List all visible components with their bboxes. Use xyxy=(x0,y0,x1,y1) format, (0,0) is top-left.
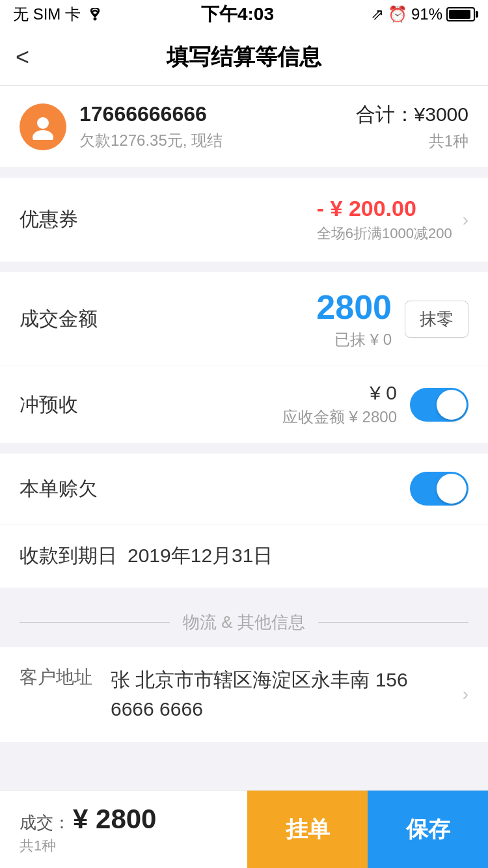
bottom-count: 共1种 xyxy=(20,836,228,856)
deal-amount-label: 成交金额 xyxy=(20,306,98,332)
avatar xyxy=(20,103,66,150)
discount-row[interactable]: 优惠券 - ¥ 200.00 全场6折满1000减200 › xyxy=(0,178,488,262)
deal-amount-value: 2800 xyxy=(316,288,392,327)
address-row[interactable]: 客户地址 张 北京市市辖区海淀区永丰南 156 6666 6666 › xyxy=(0,647,488,742)
logistics-section-label: 物流 & 其他信息 xyxy=(183,611,305,634)
save-button[interactable]: 保存 xyxy=(368,791,488,869)
section-divider-2 xyxy=(0,443,488,454)
back-button[interactable]: < xyxy=(16,44,29,71)
chevron-right-icon: › xyxy=(463,210,468,230)
customer-right: 合计：¥3000 共1种 xyxy=(356,102,468,152)
total-amount: 合计：¥3000 xyxy=(356,102,468,128)
amount-section: 成交金额 2800 已抹 ¥ 0 抹零 冲预收 ¥ 0 应收金额 ¥ 2800 xyxy=(0,272,488,443)
svg-point-1 xyxy=(37,117,49,129)
precharge-row: 冲预收 ¥ 0 应收金额 ¥ 2800 xyxy=(0,366,488,443)
section-divider-3 xyxy=(0,588,488,598)
duedate-label: 收款到期日 xyxy=(20,543,117,569)
wifi-icon xyxy=(86,8,104,21)
discount-section: 优惠券 - ¥ 200.00 全场6折满1000减200 › xyxy=(0,178,488,262)
precharge-toggle[interactable] xyxy=(410,388,468,422)
svg-point-2 xyxy=(33,130,53,140)
status-time: 下午4:03 xyxy=(201,2,274,27)
status-bar: 无 SIM 卡 下午4:03 ⇗ ⏰ 91% xyxy=(0,0,488,29)
svg-point-0 xyxy=(94,18,97,21)
status-left: 无 SIM 卡 xyxy=(13,4,104,25)
bottom-summary: 成交： ¥ 2800 共1种 xyxy=(0,804,247,856)
alarm-icon: ⏰ xyxy=(388,5,407,23)
credit-label: 本单赊欠 xyxy=(20,476,98,502)
precharge-value-group: ¥ 0 应收金额 ¥ 2800 xyxy=(282,382,397,427)
customer-left: 17666666666 欠款1276.35元, 现结 xyxy=(20,102,223,151)
section-divider-1 xyxy=(0,262,488,272)
logistics-divider: 物流 & 其他信息 xyxy=(0,598,488,647)
address-chevron-icon: › xyxy=(463,684,468,705)
precharge-amount: ¥ 0 xyxy=(282,382,397,404)
address-label: 客户地址 xyxy=(20,665,98,690)
customer-phone: 17666666666 xyxy=(79,102,223,126)
credit-toggle[interactable] xyxy=(410,472,468,506)
hold-button[interactable]: 挂单 xyxy=(247,791,368,869)
credit-row: 本单赊欠 xyxy=(0,454,488,524)
nav-bar: < 填写结算等信息 xyxy=(0,29,488,86)
total-count: 共1种 xyxy=(356,131,468,152)
credit-toggle-knob xyxy=(437,474,467,504)
round-off-button[interactable]: 抹零 xyxy=(405,301,468,338)
customer-info: 17666666666 欠款1276.35元, 现结 xyxy=(79,102,223,151)
customer-card: 17666666666 欠款1276.35元, 现结 合计：¥3000 共1种 xyxy=(0,86,488,167)
deal-amount-sub: 已抹 ¥ 0 xyxy=(316,329,392,350)
precharge-right: ¥ 0 应收金额 ¥ 2800 xyxy=(282,382,468,427)
main-content: 17666666666 欠款1276.35元, 现结 合计：¥3000 共1种 … xyxy=(0,86,488,868)
discount-right: - ¥ 200.00 全场6折满1000减200 › xyxy=(317,196,468,243)
discount-label: 优惠券 xyxy=(20,206,78,233)
address-content: 张 北京市市辖区海淀区永丰南 156 6666 6666 xyxy=(111,665,450,724)
bottom-bar: 成交： ¥ 2800 共1种 挂单 保存 xyxy=(0,790,488,868)
discount-amount: - ¥ 200.00 xyxy=(317,196,452,221)
precharge-receivable: 应收金额 ¥ 2800 xyxy=(282,407,397,427)
precharge-label: 冲预收 xyxy=(20,392,78,418)
duedate-value: 2019年12月31日 xyxy=(128,543,273,569)
toggle-knob xyxy=(437,390,467,420)
deal-amount-row: 成交金额 2800 已抹 ¥ 0 抹零 xyxy=(0,272,488,366)
logistics-line-right xyxy=(318,622,468,623)
discount-desc: 全场6折满1000减200 xyxy=(317,224,452,243)
bottom-deal-label: 成交： xyxy=(20,811,70,834)
battery-icon xyxy=(446,7,475,21)
duedate-row: 收款到期日 2019年12月31日 xyxy=(0,524,488,588)
battery-percent: 91% xyxy=(411,5,442,23)
customer-debt: 欠款1276.35元, 现结 xyxy=(79,130,223,151)
carrier-text: 无 SIM 卡 xyxy=(13,4,81,25)
status-right: ⇗ ⏰ 91% xyxy=(371,5,475,23)
page-title: 填写结算等信息 xyxy=(167,42,321,72)
location-icon: ⇗ xyxy=(371,5,384,23)
logistics-line-left xyxy=(20,622,170,623)
bottom-amount: ¥ 2800 xyxy=(73,804,156,835)
deal-amount-right: 2800 已抹 ¥ 0 抹零 xyxy=(316,288,468,350)
